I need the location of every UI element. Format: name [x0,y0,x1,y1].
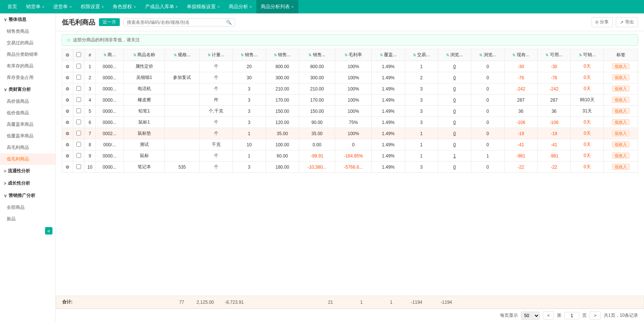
gear-cell[interactable]: ⚙ [62,72,73,83]
margin-column-header[interactable]: ⇅ 毛利率 [335,49,372,61]
browse1-cell[interactable]: 0 [438,162,471,173]
sidebar-item-低覆盖率商品[interactable]: 低覆盖率商品 [0,130,55,142]
export-button[interactable]: ↗ 导出 [616,17,638,27]
nav-item-商品分析[interactable]: 商品分析× [224,0,256,13]
browse1-cell[interactable]: 0 [438,117,471,128]
check-cell[interactable] [73,117,84,128]
name-cell[interactable]: 鼠标1 [124,117,164,128]
name-cell[interactable]: 鼠标 [124,150,164,162]
gear-cell[interactable]: ⚙ [62,150,73,162]
page-number-input[interactable] [564,312,579,319]
sidebar-item-高价值商品[interactable]: 高价值商品 [0,96,55,107]
gear-cell[interactable]: ⚙ [62,95,73,106]
sidebar-item-商品分类助销率[interactable]: 商品分类助销率 [0,49,55,60]
next-page-button[interactable]: ＞ [590,311,601,320]
sale-price-column-header[interactable]: ⇅ 销售... [266,49,299,61]
share-button[interactable]: ⎘ 分享 [592,17,613,27]
close-icon[interactable]: × [69,4,71,9]
row-checkbox[interactable] [76,97,81,102]
row-checkbox[interactable] [76,153,81,158]
name-cell[interactable]: 属性定价 [124,61,164,72]
row-checkbox[interactable] [76,108,81,113]
sidebar-item-低价值商品[interactable]: 低价值商品 [0,107,55,119]
row-checkbox[interactable] [76,119,81,124]
close-icon[interactable]: × [291,4,294,9]
collapse-button[interactable]: « [45,227,52,235]
gear-cell[interactable]: ⚙ [62,106,73,117]
nav-item-首页[interactable]: 首页 [3,0,22,13]
prev-page-button[interactable]: ＜ [543,311,554,320]
close-icon[interactable]: × [134,4,136,9]
sidebar-item-库存资金占用[interactable]: 库存资金占用 [0,72,55,83]
browse1-cell[interactable]: 0 [438,139,471,150]
close-icon[interactable]: × [102,4,104,9]
sidebar-item-低毛利商品[interactable]: 低毛利商品 [0,153,55,165]
sidebar-group-整体信息[interactable]: ∨整体信息 [0,13,55,26]
browse1-cell[interactable]: 1 [438,150,471,162]
saleable-column-header[interactable]: ⇅ 可销... [571,49,604,61]
close-icon[interactable]: × [250,4,252,9]
browse1-cell[interactable]: 0 [438,106,471,117]
browse1-column-header[interactable]: ⇅ 浏览... [438,49,471,61]
row-checkbox[interactable] [76,142,81,147]
browse1-cell[interactable]: 0 [438,83,471,95]
date-tag[interactable]: 近一月 [99,18,120,26]
browse2-column-header[interactable]: ⇅ 浏览... [471,49,504,61]
nav-item-单据模板设置[interactable]: 单据模板设置× [182,0,224,13]
available-column-header[interactable]: ⇅ 可用... [538,49,571,61]
gear-column-header[interactable]: ⚙ [62,49,73,61]
gear-cell[interactable]: ⚙ [62,61,73,72]
name-cell[interactable]: 铅笔1 [124,106,164,117]
sidebar-group-类财富分析[interactable]: ∨类财富分析 [0,83,55,96]
sidebar-item-销售类商品[interactable]: 销售类商品 [0,26,55,37]
browse1-cell[interactable]: 0 [438,95,471,106]
gear-cell[interactable]: ⚙ [62,139,73,150]
row-checkbox[interactable] [76,64,81,68]
browse1-cell[interactable]: 0 [438,72,471,83]
gear-cell[interactable]: ⚙ [62,162,73,173]
sidebar-item-新品[interactable]: 新品 [0,213,55,225]
check-cell[interactable] [73,128,84,139]
check-cell[interactable] [73,72,84,83]
sidebar-item-有库存的商品[interactable]: 有库存的商品 [0,60,55,72]
close-icon[interactable]: × [217,4,220,9]
check-cell[interactable] [73,106,84,117]
name-cell[interactable]: 吴细细1 [124,72,164,83]
sidebar-group-流通性分析[interactable]: >流通性分析 [0,165,55,177]
sidebar-item-交易过的商品[interactable]: 交易过的商品 [0,37,55,49]
check-cell[interactable] [73,95,84,106]
code-column-header[interactable]: ⇅ 商... [96,49,124,61]
nav-item-产成品入库单[interactable]: 产成品入库单× [141,0,182,13]
coverage-column-header[interactable]: ⇅ 覆盖... [372,49,405,61]
nav-item-销货单[interactable]: 销货单× [22,0,49,13]
name-cell[interactable]: 鼠标垫 [124,128,164,139]
name-cell[interactable]: 笔记本 [124,162,164,173]
check-cell[interactable] [73,150,84,162]
sidebar-group-成长性分析[interactable]: >成长性分析 [0,177,55,189]
trade-column-header[interactable]: ⇅ 交易... [405,49,438,61]
sidebar-item-全部商品[interactable]: 全部商品 [0,202,55,213]
name-cell[interactable]: 橡皮擦 [124,95,164,106]
select-all-checkbox[interactable] [76,52,81,57]
unit-column-header[interactable]: ⇅ 计量... [199,49,233,61]
row-checkbox[interactable] [76,75,81,80]
browse1-cell[interactable]: 0 [438,128,471,139]
page-size-select[interactable]: 50 100 200 [521,312,540,320]
check-cell[interactable] [73,139,84,150]
close-icon[interactable]: × [176,4,178,9]
nav-item-进货单[interactable]: 进货单× [49,0,76,13]
row-checkbox[interactable] [76,131,81,136]
current-column-header[interactable]: ⇅ 现有... [504,49,537,61]
gear-cell[interactable]: ⚙ [62,117,73,128]
check-cell[interactable] [73,83,84,95]
sale-profit-column-header[interactable]: ⇅ 销售... [299,49,335,61]
gear-cell[interactable]: ⚙ [62,128,73,139]
check-cell[interactable] [73,162,84,173]
spec-column-header[interactable]: ⇅ 规格... [165,49,199,61]
name-cell[interactable]: 电话机 [124,83,164,95]
check-cell[interactable] [73,61,84,72]
search-input[interactable] [127,20,226,25]
sidebar-item-高覆盖率商品[interactable]: 高覆盖率商品 [0,119,55,130]
sale-qty-column-header[interactable]: ⇅ 销售... [233,49,266,61]
name-column-header[interactable]: ⇅ 商品名称 [124,49,164,61]
